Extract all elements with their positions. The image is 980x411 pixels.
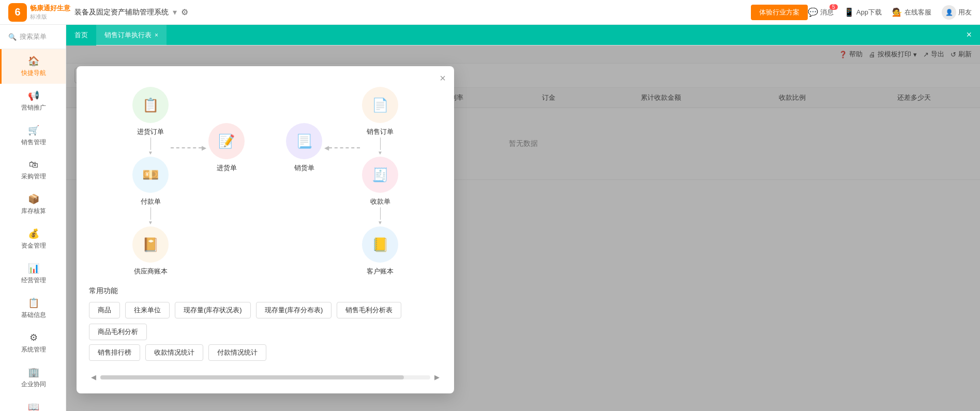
system-title-area: 装备及固定资产辅助管理系统 ▾ ⚙ — [74, 7, 751, 17]
message-action[interactable]: 💬 消息 5 — [808, 7, 834, 17]
purchase-order-circle: 📋 — [132, 87, 169, 123]
sidebar-item-inventory[interactable]: 📦库存核算 — [0, 187, 66, 222]
sidebar-item-quick-nav[interactable]: 🏠快捷导航 — [0, 49, 66, 84]
sidebar-item-newbie[interactable]: 📖新手引导 — [0, 395, 66, 411]
sidebar-item-operations[interactable]: 📊经营管理 — [0, 256, 66, 291]
sidebar: 🔍 搜索菜单 🏠快捷导航📢营销推广🛒销售管理🛍采购管理📦库存核算💰资金管理📊经营… — [0, 25, 66, 411]
user-action[interactable]: 👤 用友 — [942, 5, 972, 20]
online-service-icon: 💁 — [892, 7, 902, 17]
tab-home[interactable]: 首页 — [66, 25, 96, 45]
main-area: 🔍 搜索菜单 🏠快捷导航📢营销推广🛒销售管理🛍采购管理📦库存核算💰资金管理📊经营… — [0, 25, 980, 411]
nav-label-purchase: 采购管理 — [21, 172, 46, 181]
purchase-bill-circle: 📝 — [208, 123, 245, 159]
tab-bar: 首页 销售订单执行表 × × — [66, 25, 980, 45]
sidebar-item-base-info[interactable]: 📋基础信息 — [0, 291, 66, 326]
v-arrow-2: ▼ — [148, 206, 153, 226]
app-container: 6 畅康通好生意 标准版 装备及固定资产辅助管理系统 ▾ ⚙ 体验行业方案 💬 … — [0, 0, 980, 411]
func-btn-row1-3[interactable]: 现存量(库存分布表) — [256, 302, 332, 318]
sidebar-item-system[interactable]: ⚙系统管理 — [0, 326, 66, 360]
v-arrow-4: ▼ — [378, 206, 383, 226]
common-functions: 常用功能 商品往来单位现存量(库存状况表)现存量(库存分布表)销售毛利分析表商品… — [89, 280, 442, 369]
func-btn-row1-0[interactable]: 商品 — [89, 302, 120, 318]
system-name: 装备及固定资产辅助管理系统 — [74, 8, 169, 17]
dropdown-icon[interactable]: ▾ — [173, 7, 177, 17]
sale-bill-circle: 📃 — [286, 123, 322, 159]
user-avatar: 👤 — [942, 5, 956, 20]
nav-icon-finance: 💰 — [28, 228, 39, 239]
sidebar-item-marketing[interactable]: 📢营销推广 — [0, 84, 66, 118]
logo-main-text: 畅康通好生意 — [30, 4, 70, 13]
scroll-left-arrow[interactable]: ◀ — [89, 373, 98, 381]
nav-label-finance: 资金管理 — [21, 241, 46, 250]
flow-node-receipt[interactable]: 🧾 收款单 — [362, 157, 398, 206]
purchase-bill-label: 进货单 — [217, 163, 237, 173]
sidebar-search-area[interactable]: 🔍 搜索菜单 — [0, 25, 66, 49]
func-btn-row1-5[interactable]: 商品毛利分析 — [89, 324, 147, 340]
flow-node-sale-order[interactable]: 📄 销售订单 — [362, 87, 398, 136]
purchase-order-label: 进货订单 — [137, 127, 164, 136]
func-btn-row1-2[interactable]: 现存量(库存状况表) — [175, 302, 251, 318]
sidebar-search-inner[interactable]: 🔍 搜索菜单 — [4, 30, 62, 43]
nav-label-quick-nav: 快捷导航 — [21, 69, 46, 78]
app-download-label: App下载 — [856, 8, 882, 17]
flow-modal: × 📋 进货订单 — [77, 66, 454, 393]
nav-label-marketing: 营销推广 — [21, 103, 46, 112]
tab-sales-order-label: 销售订单执行表 — [104, 31, 152, 40]
func-btn-row1-4[interactable]: 销售毛利分析表 — [337, 302, 401, 318]
func-btn-row2-1[interactable]: 收款情况统计 — [145, 344, 203, 361]
receipt-circle: 🧾 — [362, 157, 398, 193]
logo-sub-text: 标准版 — [30, 13, 70, 20]
message-badge: 5 — [830, 4, 838, 10]
modal-scrollbar-area: ◀ ▶ — [89, 373, 442, 381]
sidebar-item-purchase[interactable]: 🛍采购管理 — [0, 153, 66, 187]
func-btn-row2-2[interactable]: 付款情况统计 — [208, 344, 266, 361]
nav-icon-system: ⚙ — [29, 332, 38, 343]
settings-icon[interactable]: ⚙ — [181, 7, 188, 17]
nav-icon-newbie: 📖 — [28, 401, 39, 411]
nav-icon-sales: 🛒 — [28, 125, 39, 136]
app-download-icon: 📱 — [844, 7, 854, 17]
tab-sales-order[interactable]: 销售订单执行表 × — [96, 25, 167, 45]
sidebar-item-finance[interactable]: 💰资金管理 — [0, 222, 66, 256]
message-icon: 💬 — [808, 7, 818, 17]
flow-node-customer-ledger[interactable]: 📒 客户账本 — [362, 226, 398, 276]
nav-icon-inventory: 📦 — [28, 193, 39, 205]
tab-close-icon[interactable]: × — [155, 32, 158, 39]
sale-order-circle: 📄 — [362, 87, 398, 123]
experience-button[interactable]: 体验行业方案 — [751, 5, 808, 20]
mid-left-column: 📝 进货单 — [208, 123, 245, 173]
nav-items-container: 🏠快捷导航📢营销推广🛒销售管理🛍采购管理📦库存核算💰资金管理📊经营管理📋基础信息… — [0, 49, 66, 411]
nav-label-enterprise: 企业协同 — [21, 380, 46, 389]
nav-label-inventory: 库存核算 — [21, 207, 46, 216]
sidebar-item-enterprise[interactable]: 🏢企业协同 — [0, 360, 66, 395]
nav-icon-enterprise: 🏢 — [28, 367, 39, 378]
modal-overlay: × 📋 进货订单 — [66, 45, 980, 411]
flow-node-purchase-order[interactable]: 📋 进货订单 — [132, 87, 169, 136]
close-all-button[interactable]: × — [958, 29, 980, 40]
sidebar-item-sales[interactable]: 🛒销售管理 — [0, 118, 66, 153]
tab-home-label: 首页 — [74, 31, 88, 40]
mid-right-column: 📃 销货单 — [286, 123, 322, 173]
modal-close-button[interactable]: × — [440, 72, 446, 84]
logo-area: 6 畅康通好生意 标准版 — [8, 3, 74, 22]
flow-node-supplier-ledger[interactable]: 📔 供应商账本 — [132, 226, 169, 276]
app-download-action[interactable]: 📱 App下载 — [844, 7, 882, 17]
scroll-right-arrow[interactable]: ▶ — [432, 373, 442, 381]
func-btn-row2-0[interactable]: 销售排行榜 — [89, 344, 140, 361]
search-icon: 🔍 — [8, 33, 17, 41]
nav-label-base-info: 基础信息 — [21, 311, 46, 319]
flow-node-payment[interactable]: 💴 付款单 — [132, 157, 169, 206]
logo-icon: 6 — [8, 3, 27, 22]
online-service-action[interactable]: 💁 在线客服 — [892, 7, 931, 17]
scrollbar-track[interactable] — [100, 375, 430, 379]
v-arrow-1: ▼ — [148, 136, 153, 157]
func-btn-row1-1[interactable]: 往来单位 — [125, 302, 170, 318]
sale-order-label: 销售订单 — [367, 127, 394, 136]
flow-node-sale-bill[interactable]: 📃 销货单 — [286, 123, 322, 173]
supplier-circle: 📔 — [132, 226, 169, 263]
flow-node-purchase-bill[interactable]: 📝 进货单 — [208, 123, 245, 173]
flow-diagram: 📋 进货订单 ▼ 💴 — [89, 79, 442, 280]
payment-label: 付款单 — [141, 197, 161, 206]
online-service-label: 在线客服 — [904, 8, 931, 17]
v-arrow-3: ▼ — [378, 136, 383, 157]
